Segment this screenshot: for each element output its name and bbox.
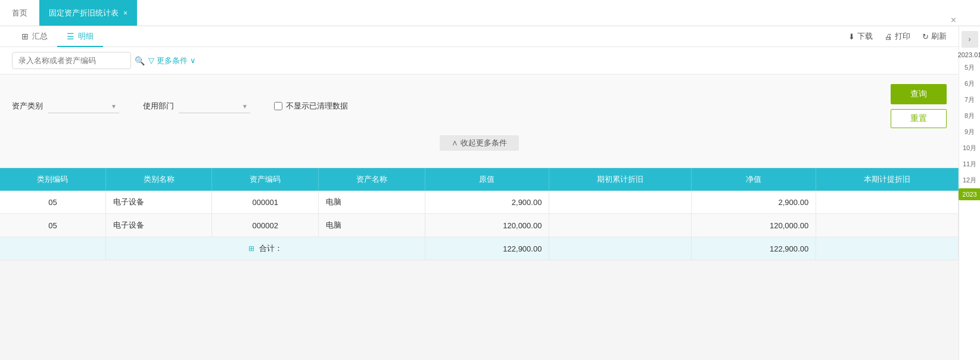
col-asset-name: 资产名称 — [318, 168, 425, 191]
collapse-btn[interactable]: ∧ 收起更多条件 — [440, 135, 519, 151]
print-label: 打印 — [895, 31, 910, 42]
sidebar-date: 2023.01 — [956, 50, 980, 60]
download-label: 下载 — [857, 31, 873, 42]
reset-btn[interactable]: 重置 — [891, 109, 947, 128]
cell-category: 电子设备 — [105, 214, 212, 237]
cell-asset-name: 电脑 — [318, 214, 425, 237]
filter-asset-category: 资产类别 — [12, 99, 119, 113]
cell-original: 2,900.00 — [425, 191, 549, 214]
table-row: 05 电子设备 000002 电脑 120,000.00 120,000.00 — [0, 214, 959, 237]
nav-tab-close-btn[interactable]: × — [123, 9, 127, 17]
table-row: 05 电子设备 000001 电脑 2,900.00 2,900.00 — [0, 191, 959, 214]
search-bar: 🔍 ▽ 更多条件 ∨ — [0, 47, 959, 75]
sidebar-month-10[interactable]: 10月 — [960, 140, 979, 156]
col-net-value: 净值 — [692, 168, 816, 191]
sub-tabs: ⊞ 汇总 ☰ 明细 — [0, 26, 115, 46]
total-cur-dep — [816, 237, 959, 260]
search-input[interactable] — [12, 52, 131, 69]
hide-cleared-checkbox[interactable] — [274, 102, 282, 110]
col-asset-code: 资产编码 — [212, 168, 319, 191]
nav-tab-label: 固定资产折旧统计表 — [49, 8, 119, 18]
window-close-btn[interactable]: × — [951, 7, 968, 33]
col-category-code: 类别编码 — [0, 168, 105, 191]
print-icon: 🖨 — [885, 32, 892, 41]
col-category-name: 类别名称 — [105, 168, 212, 191]
filter-icon: ▽ — [148, 56, 154, 65]
tab-summary[interactable]: ⊞ 汇总 — [12, 27, 57, 47]
col-acc-depreciation: 期初累计折旧 — [549, 168, 692, 191]
summary-icon: ⊞ — [21, 32, 29, 41]
cell-category: 电子设备 — [105, 191, 212, 214]
filter-department: 使用部门 — [143, 99, 250, 113]
total-icon: ⊞ — [248, 244, 254, 253]
total-label: 合计： — [259, 244, 282, 253]
toolbar: ⬇ 下载 🖨 打印 ↻ 刷新 — [836, 26, 959, 46]
tab-summary-label: 汇总 — [32, 31, 48, 42]
refresh-label: 刷新 — [931, 31, 947, 42]
cell-asset-code: 000002 — [212, 214, 319, 237]
col-current-depreciation: 本期计提折旧 — [816, 168, 959, 191]
cell-code: 05 — [0, 191, 105, 214]
total-empty-1 — [0, 237, 105, 260]
download-btn[interactable]: ⬇ 下载 — [848, 31, 873, 42]
nav-tab-fixed-assets[interactable]: 固定资产折旧统计表 × — [39, 0, 137, 26]
asset-category-select-wrapper[interactable] — [48, 99, 119, 113]
table-total-row: ⊞ 合计： 122,900.00 122,900.00 — [0, 237, 959, 260]
filter-row: 资产类别 使用部门 — [12, 84, 947, 128]
cell-acc-dep — [549, 214, 692, 237]
sidebar-month-7[interactable]: 7月 — [962, 92, 977, 108]
department-select[interactable] — [179, 99, 250, 113]
cell-asset-name: 电脑 — [318, 191, 425, 214]
tab-detail-label: 明细 — [78, 31, 94, 42]
filter-btn[interactable]: ▽ 更多条件 ∨ — [148, 55, 196, 66]
detail-icon: ☰ — [67, 32, 74, 41]
cell-acc-dep — [549, 191, 692, 214]
cell-asset-code: 000001 — [212, 191, 319, 214]
filter-panel: 资产类别 使用部门 — [0, 75, 959, 168]
print-btn[interactable]: 🖨 打印 — [885, 31, 910, 42]
tab-detail[interactable]: ☰ 明细 — [57, 27, 103, 47]
hide-cleared-group: 不显示已清理数据 — [274, 101, 348, 111]
cell-cur-dep — [816, 191, 959, 214]
total-acc-dep — [549, 237, 692, 260]
right-sidebar: › 2023.01 5月 6月 7月 8月 9月 10月 11月 12月 202… — [959, 26, 980, 360]
sidebar-month-11[interactable]: 11月 — [960, 156, 979, 172]
filter-actions: 查询 重置 — [891, 84, 947, 128]
table-header: 类别编码 类别名称 资产编码 资产名称 原值 期初累计折旧 净值 本期计提折旧 — [0, 168, 959, 191]
total-original: 122,900.00 — [425, 237, 549, 260]
data-table: 类别编码 类别名称 资产编码 资产名称 原值 期初累计折旧 净值 本期计提折旧 — [0, 168, 959, 260]
download-icon: ⬇ — [848, 32, 855, 41]
query-btn[interactable]: 查询 — [891, 84, 947, 104]
collapse-icon: ∧ — [452, 138, 461, 147]
header-nav: 首页 固定资产折旧统计表 × × — [0, 0, 980, 26]
asset-category-select[interactable] — [48, 99, 119, 113]
refresh-icon: ↻ — [922, 32, 929, 41]
table-body: 05 电子设备 000001 电脑 2,900.00 2,900.00 05 电… — [0, 191, 959, 260]
sidebar-month-8[interactable]: 8月 — [962, 108, 977, 124]
sidebar-month-9[interactable]: 9月 — [962, 124, 977, 140]
sidebar-year-2023[interactable]: 2023 — [959, 188, 980, 200]
cell-net: 120,000.00 — [692, 214, 816, 237]
department-select-wrapper[interactable] — [179, 99, 250, 113]
search-icon[interactable]: 🔍 — [135, 56, 145, 66]
department-label: 使用部门 — [143, 101, 174, 111]
cell-original: 120,000.00 — [425, 214, 549, 237]
asset-category-label: 资产类别 — [12, 101, 43, 111]
cell-cur-dep — [816, 214, 959, 237]
filter-label: 更多条件 — [157, 55, 188, 66]
hide-cleared-label: 不显示已清理数据 — [286, 101, 348, 111]
total-label-cell: ⊞ 合计： — [105, 237, 425, 260]
sidebar-month-12[interactable]: 12月 — [960, 172, 979, 188]
cell-net: 2,900.00 — [692, 191, 816, 214]
sidebar-expand-btn[interactable]: › — [962, 31, 978, 48]
table-container: 类别编码 类别名称 资产编码 资产名称 原值 期初累计折旧 净值 本期计提折旧 — [0, 168, 959, 360]
col-original-value: 原值 — [425, 168, 549, 191]
collapse-row: ∧ 收起更多条件 — [12, 128, 947, 158]
filter-chevron-icon: ∨ — [190, 56, 196, 65]
nav-home[interactable]: 首页 — [0, 0, 39, 26]
refresh-btn[interactable]: ↻ 刷新 — [922, 31, 947, 42]
cell-code: 05 — [0, 214, 105, 237]
sidebar-month-5[interactable]: 5月 — [962, 60, 977, 76]
total-net: 122,900.00 — [692, 237, 816, 260]
sidebar-month-6[interactable]: 6月 — [962, 76, 977, 92]
